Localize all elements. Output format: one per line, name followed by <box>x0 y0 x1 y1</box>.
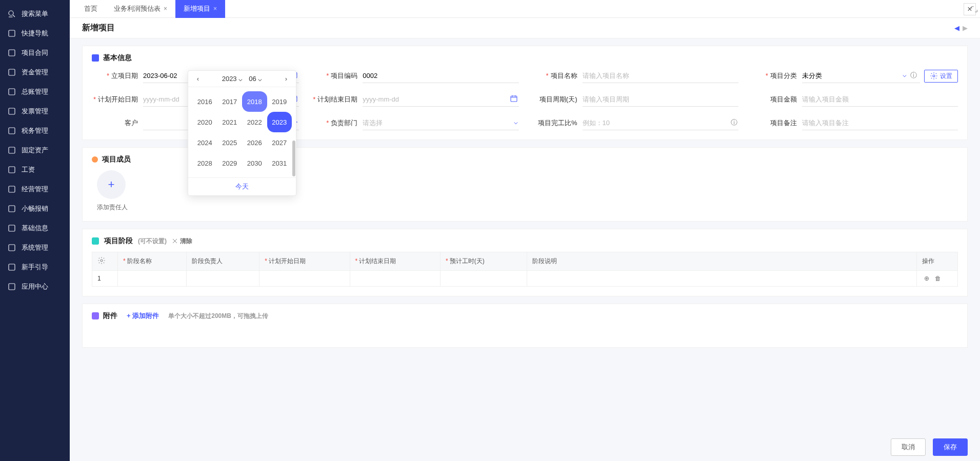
period-input[interactable] <box>583 93 738 105</box>
cancel-button[interactable]: 取消 <box>891 438 926 456</box>
picker-prev[interactable]: ‹ <box>193 75 203 83</box>
cell-hours[interactable] <box>440 271 527 287</box>
year-2031[interactable]: 2031 <box>267 153 292 173</box>
year-2030[interactable]: 2030 <box>242 153 267 173</box>
section-title-stages: 项目阶段 <box>104 236 133 246</box>
nav-next[interactable]: ▶ <box>963 24 968 32</box>
sidebar-item-label: 发票管理 <box>22 107 48 116</box>
sidebar-item-ledger[interactable]: 总账管理 <box>0 82 70 102</box>
year-2021[interactable]: 2021 <box>217 112 243 132</box>
sidebar-item-label: 经营管理 <box>22 185 48 194</box>
cell-start[interactable] <box>259 271 350 287</box>
label-customer: 客户 <box>125 119 138 127</box>
col-start: 计划开始日期 <box>269 257 306 265</box>
cell-owner[interactable] <box>187 271 259 287</box>
sidebar-item-tax[interactable]: 税务管理 <box>0 121 70 141</box>
cell-name[interactable] <box>118 271 187 287</box>
calendar-icon[interactable] <box>510 94 518 104</box>
sidebar-item-system[interactable]: 系统管理 <box>0 238 70 257</box>
picker-year-select[interactable]: 2023 ⌵ <box>222 75 243 83</box>
year-2029[interactable]: 2029 <box>217 153 243 173</box>
tab-close-icon[interactable]: × <box>213 5 217 12</box>
sidebar-item-label: 搜索菜单 <box>22 9 48 18</box>
cell-desc[interactable] <box>527 271 917 287</box>
chevron-down-icon[interactable]: ⌵ <box>903 71 907 78</box>
plan-end-input[interactable] <box>363 93 518 105</box>
tab-label: 业务利润预估表 <box>114 4 161 13</box>
year-2025[interactable]: 2025 <box>217 132 243 153</box>
section-title-members: 项目成员 <box>102 155 131 164</box>
nav-prev[interactable]: ◀ <box>954 24 959 32</box>
sidebar-item-label: 项目合同 <box>22 48 48 57</box>
year-2017[interactable]: 2017 <box>217 91 243 112</box>
tab-新增项目[interactable]: 新增项目× <box>175 0 225 18</box>
sidebar-item-home[interactable]: 快捷导航 <box>0 24 70 43</box>
cell-end[interactable] <box>350 271 440 287</box>
sidebar-item-apps[interactable]: 应用中心 <box>0 277 70 296</box>
year-2016[interactable]: 2016 <box>192 91 217 112</box>
clear-stages-link[interactable]: 清除 <box>172 237 192 246</box>
tab-业务利润预估表[interactable]: 业务利润预估表× <box>106 0 175 18</box>
year-2027[interactable]: 2027 <box>267 132 292 153</box>
year-2019[interactable]: 2019 <box>267 91 292 112</box>
tab-close-icon[interactable]: × <box>164 5 167 12</box>
year-2026[interactable]: 2026 <box>242 132 267 153</box>
svg-rect-11 <box>9 225 15 231</box>
attach-card: 附件 + 添加附件 单个大小不超过200MB，可拖拽上传 <box>82 304 968 348</box>
svg-rect-10 <box>9 206 15 212</box>
name-input[interactable] <box>583 70 738 82</box>
year-2028[interactable]: 2028 <box>192 153 217 173</box>
sidebar-item-salary[interactable]: 工资 <box>0 160 70 179</box>
year-2018[interactable]: 2018 <box>242 91 267 112</box>
sidebar-item-money[interactable]: 资金管理 <box>0 63 70 82</box>
picker-today[interactable]: 今天 <box>188 177 296 195</box>
add-attachment-link[interactable]: + 添加附件 <box>127 311 159 320</box>
section-icon <box>92 156 98 163</box>
tab-label: 首页 <box>84 4 97 13</box>
tab-首页[interactable]: 首页 <box>76 0 106 18</box>
expand-icon[interactable] <box>969 0 980 18</box>
year-2023[interactable]: 2023 <box>267 112 292 132</box>
sidebar-item-asset[interactable]: 固定资产 <box>0 141 70 160</box>
completion-input[interactable] <box>583 117 738 129</box>
add-member-label: 添加责任人 <box>97 203 128 212</box>
year-2024[interactable]: 2024 <box>192 132 217 153</box>
col-gear[interactable] <box>92 252 118 271</box>
category-settings-button[interactable]: 设置 <box>924 70 958 83</box>
chevron-down-icon[interactable]: ⌵ <box>514 118 518 126</box>
svg-rect-1 <box>9 30 15 36</box>
amount-input[interactable] <box>802 93 958 105</box>
save-button[interactable]: 保存 <box>933 438 968 456</box>
sidebar-item-guide[interactable]: 新手引导 <box>0 257 70 277</box>
col-desc: 阶段说明 <box>532 257 557 265</box>
svg-rect-3 <box>9 69 15 75</box>
svg-rect-12 <box>9 245 15 251</box>
label-est-date: 立项日期 <box>111 72 138 79</box>
add-row-icon[interactable]: ⊕ <box>924 275 929 282</box>
help-icon[interactable]: ⓘ <box>910 71 917 80</box>
picker-scrollbar[interactable] <box>292 141 295 176</box>
sidebar-item-info[interactable]: 基础信息 <box>0 218 70 238</box>
help-icon[interactable]: ⓘ <box>731 118 737 127</box>
svg-rect-2 <box>9 50 15 56</box>
delete-row-icon[interactable]: 🗑 <box>935 275 941 282</box>
sidebar-item-biz[interactable]: 经营管理 <box>0 179 70 199</box>
picker-next[interactable]: › <box>282 75 291 83</box>
dept-select[interactable] <box>363 117 518 129</box>
picker-month-select[interactable]: 06 ⌵ <box>249 75 262 83</box>
sidebar-item-contract[interactable]: 项目合同 <box>0 43 70 63</box>
remark-input[interactable] <box>802 117 958 129</box>
year-2020[interactable]: 2020 <box>192 112 217 132</box>
year-2022[interactable]: 2022 <box>242 112 267 132</box>
svg-point-0 <box>9 11 13 15</box>
code-input[interactable] <box>363 70 518 82</box>
label-category: 项目分类 <box>770 72 797 79</box>
col-hours: 预计工时(天) <box>450 257 485 265</box>
svg-rect-4 <box>9 89 15 95</box>
add-member-button[interactable]: + <box>97 170 126 199</box>
table-row: 1 ⊕ 🗑 <box>92 271 958 287</box>
sidebar-item-label: 快捷导航 <box>22 29 48 38</box>
sidebar-item-reimburse[interactable]: 小畅报销 <box>0 199 70 218</box>
sidebar-item-invoice[interactable]: 发票管理 <box>0 102 70 121</box>
sidebar-item-search-menu[interactable]: 搜索菜单 <box>0 4 70 24</box>
